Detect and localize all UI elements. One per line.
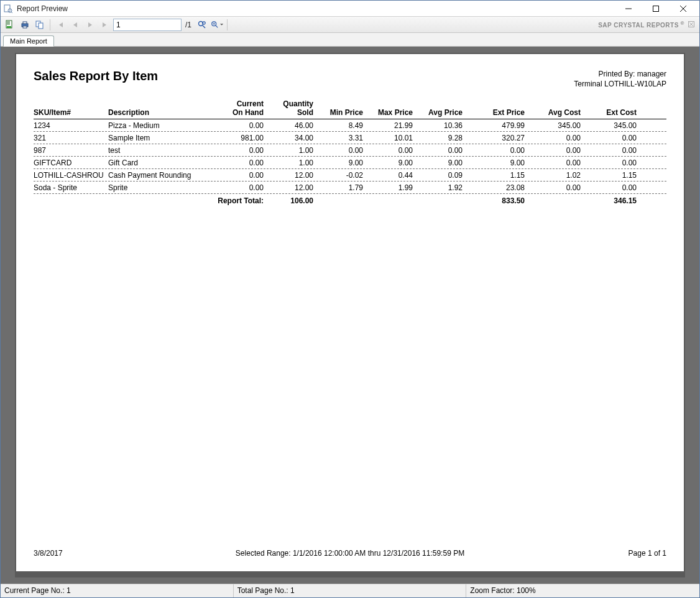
first-page-button[interactable] <box>53 18 67 32</box>
report-table: SKU/Item# Description CurrentOn Hand Qua… <box>34 100 666 205</box>
svg-rect-10 <box>23 22 27 24</box>
cell-min: -0.02 <box>313 171 363 180</box>
cell-sku: 321 <box>34 134 108 142</box>
cell-extp: 320.27 <box>463 134 525 142</box>
minimize-button[interactable] <box>615 1 642 16</box>
cell-qty: 12.00 <box>264 171 313 180</box>
cell-sku: Soda - Sprite <box>34 183 108 192</box>
status-current-page: Current Page No.: 1 <box>1 584 234 597</box>
cell-avgc: 0.00 <box>525 134 581 142</box>
col-avg-price: Avg Price <box>413 109 463 117</box>
cell-desc: Pizza - Medium <box>108 121 214 130</box>
cell-qty: 34.00 <box>264 134 313 142</box>
export-button[interactable] <box>3 18 17 32</box>
terminal-label: Terminal <box>574 80 602 88</box>
page-footer: 3/8/2017 Selected Range: 1/1/2016 12:00:… <box>34 549 666 558</box>
cell-qty: 1.00 <box>264 159 313 167</box>
total-label: Report Total: <box>214 196 264 205</box>
cell-on_hand: 0.00 <box>214 159 264 167</box>
table-row: GIFTCARDGift Card0.001.009.009.009.009.0… <box>34 157 666 169</box>
cell-qty: 12.00 <box>264 183 313 192</box>
brand-label: SAP CRYSTAL REPORTS ® <box>598 21 684 29</box>
cell-on_hand: 0.00 <box>214 183 264 192</box>
cell-desc: Cash Payment Rounding <box>108 171 214 180</box>
close-panel-icon[interactable] <box>688 21 694 29</box>
cell-on_hand: 0.00 <box>214 146 264 155</box>
report-page: Sales Report By Item Printed By: manager… <box>16 54 684 571</box>
app-window: Report Preview <box>0 0 700 598</box>
table-row: Soda - SpriteSprite0.0012.001.791.991.92… <box>34 182 666 194</box>
cell-extp: 1.15 <box>463 171 525 180</box>
report-viewport[interactable]: Sales Report By Item Printed By: manager… <box>1 47 699 584</box>
cell-extc: 0.00 <box>581 183 637 192</box>
page-input[interactable] <box>113 19 182 31</box>
cell-extc: 0.00 <box>581 146 637 155</box>
app-icon <box>3 4 13 14</box>
cell-extp: 0.00 <box>463 146 525 155</box>
cell-max: 0.44 <box>363 171 413 180</box>
cell-avg: 10.36 <box>413 121 463 130</box>
table-row: 321Sample Item981.0034.003.3110.019.2832… <box>34 132 666 144</box>
prev-page-button[interactable] <box>68 18 82 32</box>
cell-desc: test <box>108 146 214 155</box>
printed-by-value: manager <box>637 70 666 78</box>
status-zoom: Zoom Factor: 100% <box>466 584 699 597</box>
cell-desc: Sprite <box>108 183 214 192</box>
report-meta: Printed By: manager Terminal LOTHILL-W10… <box>574 69 666 89</box>
cell-on_hand: 0.00 <box>214 121 264 130</box>
report-title: Sales Report By Item <box>34 69 158 83</box>
cell-avgc: 1.02 <box>525 171 581 180</box>
cell-avg: 9.00 <box>413 159 463 167</box>
total-ext-cost: 346.15 <box>581 196 637 205</box>
find-button[interactable] <box>195 18 209 32</box>
cell-extc: 1.15 <box>581 171 637 180</box>
cell-sku: 1234 <box>34 121 108 130</box>
tabstrip: Main Report <box>1 33 699 47</box>
window-title: Report Preview <box>17 4 68 13</box>
svg-rect-0 <box>4 5 10 12</box>
maximize-button[interactable] <box>642 1 670 16</box>
zoom-button[interactable] <box>210 18 224 32</box>
cell-min: 1.79 <box>313 183 363 192</box>
table-row: 987test0.001.000.000.000.000.000.000.00 <box>34 144 666 157</box>
col-avg-cost: Avg Cost <box>525 109 581 117</box>
last-page-button[interactable] <box>98 18 112 32</box>
svg-rect-4 <box>653 6 659 11</box>
next-page-button[interactable] <box>83 18 97 32</box>
cell-avgc: 345.00 <box>525 121 581 130</box>
cell-min: 9.00 <box>313 159 363 167</box>
close-button[interactable] <box>670 1 697 16</box>
svg-rect-13 <box>39 23 43 29</box>
col-max-price: Max Price <box>363 109 413 117</box>
cell-avg: 1.92 <box>413 183 463 192</box>
cell-sku: 987 <box>34 146 108 155</box>
cell-max: 9.00 <box>363 159 413 167</box>
cell-extp: 23.08 <box>463 183 525 192</box>
cell-extp: 9.00 <box>463 159 525 167</box>
cell-max: 0.00 <box>363 146 413 155</box>
cell-min: 8.49 <box>313 121 363 130</box>
svg-rect-11 <box>23 26 27 28</box>
cell-on_hand: 0.00 <box>214 171 264 180</box>
separator <box>50 19 50 30</box>
table-total-row: Report Total: 106.00 833.50 346.15 <box>34 194 666 205</box>
table-row: 1234Pizza - Medium0.0046.008.4921.9910.3… <box>34 119 666 132</box>
table-row: LOTHILL-CASHROUCash Payment Rounding0.00… <box>34 169 666 182</box>
col-ext-cost: Ext Cost <box>581 109 637 117</box>
copy-button[interactable] <box>33 18 47 32</box>
cell-max: 10.01 <box>363 134 413 142</box>
print-button[interactable] <box>18 18 32 32</box>
cell-min: 3.31 <box>313 134 363 142</box>
tab-main-report[interactable]: Main Report <box>3 35 54 47</box>
chevron-down-icon <box>220 23 223 27</box>
col-desc: Description <box>108 109 214 117</box>
svg-rect-8 <box>7 26 11 28</box>
cell-min: 0.00 <box>313 146 363 155</box>
cell-avg: 9.28 <box>413 134 463 142</box>
cell-desc: Sample Item <box>108 134 214 142</box>
page-shadow: Sales Report By Item Printed By: manager… <box>15 53 685 577</box>
col-qty-sold: QuantitySold <box>264 100 313 117</box>
status-total-page: Total Page No.: 1 <box>234 584 467 597</box>
cell-avgc: 0.00 <box>525 159 581 167</box>
col-on-hand: CurrentOn Hand <box>214 100 264 117</box>
